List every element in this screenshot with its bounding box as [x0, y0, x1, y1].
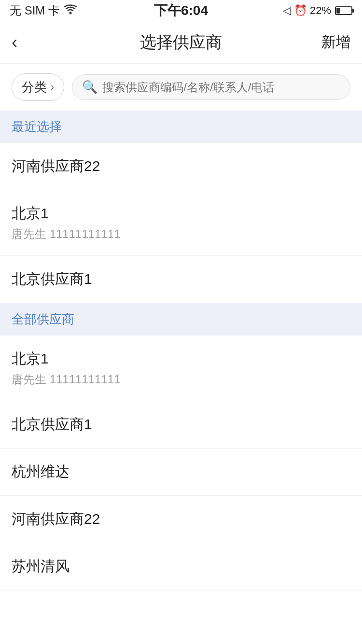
status-right: ◁ ⏰ 22% [283, 4, 352, 17]
list-item[interactable]: 北京供应商1 [0, 256, 362, 303]
item-name: 苏州清风 [12, 557, 350, 576]
list-item[interactable]: 北京供应商1 [0, 401, 362, 448]
item-sub: 唐先生 11111111111 [12, 372, 350, 387]
item-sub: 唐先生 11111111111 [12, 226, 350, 242]
category-label: 分类 [22, 79, 47, 96]
list-item[interactable]: 北京1 唐先生 11111111111 [0, 336, 362, 401]
battery-percent: 22% [310, 4, 331, 17]
list-item[interactable]: 苏州清风 [0, 543, 362, 590]
chevron-right-icon: › [51, 81, 54, 94]
status-left: 无 SIM 卡 [10, 3, 77, 18]
battery-icon [335, 6, 352, 15]
item-name: 杭州维达 [12, 462, 350, 482]
page-title: 选择供应商 [140, 31, 222, 54]
svg-point-0 [70, 12, 72, 14]
search-icon: 🔍 [82, 80, 97, 95]
search-input[interactable] [102, 81, 340, 94]
wifi-icon [64, 4, 77, 17]
recent-section-header: 最近选择 [0, 111, 362, 143]
item-name: 河南供应商22 [12, 509, 350, 529]
alarm-icon: ⏰ [294, 4, 307, 17]
back-button[interactable]: ‹ [12, 32, 41, 53]
item-name: 北京供应商1 [12, 269, 350, 289]
item-name: 北京供应商1 [12, 415, 350, 434]
list-item[interactable]: 杭州维达 [0, 448, 362, 496]
item-name: 北京1 [12, 204, 350, 224]
status-time: 下午6:04 [154, 1, 208, 20]
recent-items-list: 河南供应商22 北京1 唐先生 11111111111 北京供应商1 [0, 143, 362, 303]
no-sim-label: 无 SIM 卡 [10, 3, 60, 18]
add-button[interactable]: 新增 [321, 32, 350, 52]
list-item[interactable]: 河南供应商22 [0, 143, 362, 190]
list-item[interactable]: 河南供应商22 [0, 496, 362, 543]
search-box[interactable]: 🔍 [72, 74, 350, 100]
status-bar: 无 SIM 卡 下午6:04 ◁ ⏰ 22% [0, 0, 362, 21]
item-name: 河南供应商22 [12, 156, 350, 176]
item-name: 北京1 [12, 349, 350, 369]
location-icon: ◁ [283, 4, 291, 17]
category-filter-button[interactable]: 分类 › [12, 73, 64, 101]
nav-bar: ‹ 选择供应商 新增 [0, 21, 362, 64]
list-item[interactable]: 北京1 唐先生 11111111111 [0, 190, 362, 256]
filter-bar: 分类 › 🔍 [0, 64, 362, 111]
all-items-list: 北京1 唐先生 11111111111 北京供应商1 杭州维达 河南供应商22 … [0, 336, 362, 590]
all-section-header: 全部供应商 [0, 303, 362, 336]
